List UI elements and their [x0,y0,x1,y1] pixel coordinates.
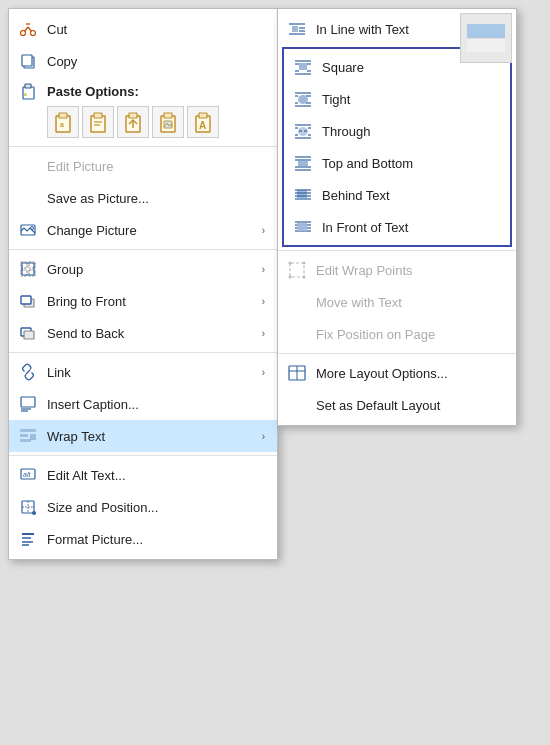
size-position-label: Size and Position... [47,500,265,515]
bring-front-icon [17,290,39,312]
move-text-icon [286,291,308,313]
svg-rect-18 [129,113,137,118]
cut-icon [17,18,39,40]
paste-btn-keep-source[interactable]: a [47,106,79,138]
svg-point-105 [289,276,292,279]
menu-item-save-as-picture[interactable]: Save as Picture... [9,182,277,214]
svg-rect-42 [20,434,28,437]
sub-sep-1 [278,250,516,251]
svg-rect-36 [24,331,34,339]
wrap-options-group: Square Tight [282,47,512,247]
menu-item-send-to-back[interactable]: Send to Back › [9,317,277,349]
square-wrap-icon [292,56,314,78]
svg-rect-43 [20,439,31,442]
svg-text:alt: alt [23,471,31,478]
caption-icon [17,393,39,415]
more-layout-label: More Layout Options... [316,366,504,381]
svg-rect-92 [297,190,307,198]
wrap-text-label: Wrap Text [47,429,262,444]
svg-rect-41 [20,429,36,432]
menu-item-copy[interactable]: Copy [9,45,277,77]
svg-rect-6 [22,55,32,66]
more-layout-icon [286,362,308,384]
svg-rect-102 [290,263,304,277]
inline-icon [286,18,308,40]
svg-rect-14 [94,113,102,118]
submenu-item-top-bottom[interactable]: Top and Bottom [284,147,510,179]
set-default-label: Set as Default Layout [316,398,504,413]
main-context-menu: Cut Copy a Past [8,8,278,560]
svg-line-3 [28,27,32,32]
menu-item-bring-to-front[interactable]: Bring to Front › [9,285,277,317]
paste-btn-merge-format[interactable] [82,106,114,138]
edit-picture-label: Edit Picture [47,159,265,174]
inline-label: In Line with Text [316,22,456,37]
copy-label: Copy [47,54,265,69]
context-menu-wrapper: Cut Copy a Past [8,8,278,560]
menu-item-format-picture[interactable]: Format Picture... [9,523,277,555]
through-wrap-icon [292,120,314,142]
set-default-icon [286,394,308,416]
svg-rect-44 [30,434,36,440]
top-bottom-label: Top and Bottom [322,156,498,171]
sep-1 [9,146,277,147]
menu-item-edit-picture: Edit Picture [9,150,277,182]
through-label: Through [322,124,498,139]
square-label: Square [322,60,498,75]
fix-position-icon [286,323,308,345]
submenu-item-move-with-text: Move with Text [278,286,516,318]
link-icon [17,361,39,383]
menu-item-wrap-text[interactable]: Wrap Text › [9,420,277,452]
save-picture-icon [17,187,39,209]
svg-text:a: a [24,91,27,97]
wrap-text-arrow: › [262,431,265,442]
submenu-item-more-layout[interactable]: More Layout Options... [278,357,516,389]
submenu-item-through[interactable]: Through [284,115,510,147]
menu-item-link[interactable]: Link › [9,356,277,388]
svg-rect-89 [298,161,308,166]
paste-options-label: Paste Options: [47,84,139,99]
edit-picture-icon [17,155,39,177]
wrap-text-icon [17,425,39,447]
link-arrow: › [262,367,265,378]
svg-line-37 [26,370,30,374]
svg-text:A: A [199,120,206,131]
submenu-item-square[interactable]: Square [284,51,510,83]
alt-text-label: Edit Alt Text... [47,468,265,483]
edit-wrap-icon [286,259,308,281]
behind-wrap-icon [292,184,314,206]
size-icon [17,496,39,518]
group-arrow: › [262,264,265,275]
submenu-item-behind-text[interactable]: Behind Text [284,179,510,211]
send-back-label: Send to Back [47,326,262,341]
send-back-icon [17,322,39,344]
behind-text-label: Behind Text [322,188,498,203]
link-label: Link [47,365,262,380]
svg-rect-32 [22,263,34,275]
menu-item-group[interactable]: Group › [9,253,277,285]
paste-btn-text-only[interactable]: A [187,106,219,138]
menu-item-insert-caption[interactable]: Insert Caption... [9,388,277,420]
insert-caption-label: Insert Caption... [47,397,265,412]
send-back-arrow: › [262,328,265,339]
submenu-item-in-front[interactable]: In Front of Text [284,211,510,243]
menu-item-cut[interactable]: Cut [9,13,277,45]
cut-label: Cut [47,22,265,37]
submenu-item-tight[interactable]: Tight [284,83,510,115]
svg-rect-67 [299,63,307,70]
svg-point-27 [31,227,34,230]
svg-point-50 [32,511,36,515]
svg-point-104 [303,262,306,265]
svg-rect-11 [59,113,67,118]
submenu-item-fix-position: Fix Position on Page [278,318,516,350]
change-picture-arrow: › [262,225,265,236]
menu-item-change-picture[interactable]: Change Picture › [9,214,277,246]
submenu-item-set-default[interactable]: Set as Default Layout [278,389,516,421]
menu-item-edit-alt-text[interactable]: alt Edit Alt Text... [9,459,277,491]
paste-btn-use-dest[interactable] [117,106,149,138]
menu-item-size-position[interactable]: Size and Position... [9,491,277,523]
submenu-item-inline[interactable]: In Line with Text [278,13,516,45]
paste-btn-picture[interactable] [152,106,184,138]
paste-icon: a [17,80,39,102]
copy-icon [17,50,39,72]
